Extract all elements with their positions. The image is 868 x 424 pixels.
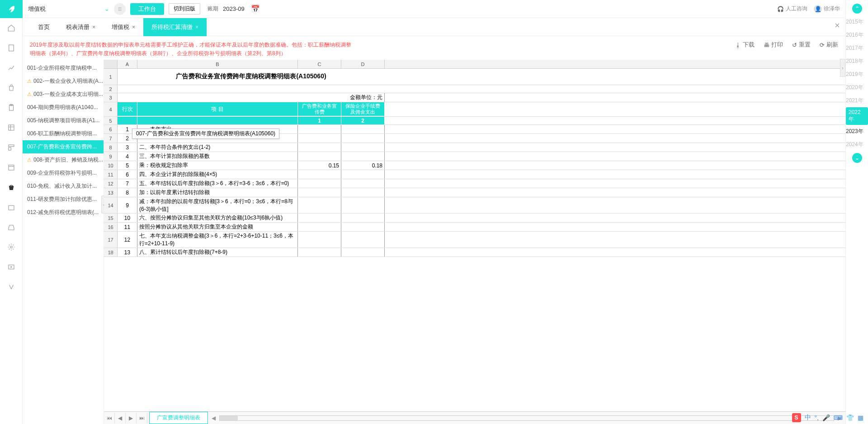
cell-rownum[interactable]: 4 [118, 152, 137, 161]
calendar-icon[interactable]: 📅 [251, 5, 260, 13]
year-item[interactable]: 2015年 [846, 15, 868, 29]
cell-value-d[interactable] [341, 134, 385, 143]
form-list-item[interactable]: 007-广告费和业务宣传费跨... [23, 140, 104, 153]
nav-archive-icon[interactable] [0, 197, 23, 217]
cell-item[interactable]: 七、本年支出纳税调整金额(3＞6，本行=2+3-6+10-11；3≤6，本行=2… [137, 232, 298, 248]
nav-doc-icon[interactable] [0, 38, 23, 58]
cell-item[interactable]: 四、本企业计算的扣除限额(4×5) [137, 170, 298, 179]
cell-value-d[interactable] [341, 179, 385, 188]
reset-action[interactable]: ↺重置 [792, 41, 811, 49]
col-header-d[interactable]: D [341, 60, 385, 68]
cell-value-c[interactable]: 0.15 [298, 161, 341, 170]
nav-settings-icon[interactable] [0, 237, 23, 257]
row-header[interactable]: 17 [104, 232, 118, 248]
year-item[interactable]: 2018年 [846, 55, 868, 68]
consult-link[interactable]: 🎧 人工咨询 [777, 5, 807, 13]
ime-toolbox-icon[interactable]: ▦ [858, 414, 863, 421]
refresh-action[interactable]: ⟳刷新 [820, 41, 838, 49]
cell-item[interactable]: 按照分摊协议从其他关联方归集至本企业的金额 [137, 223, 298, 231]
row-header[interactable]: 9 [104, 152, 118, 161]
cell-rownum[interactable]: 6 [118, 170, 137, 179]
module-dropdown[interactable]: 增值税 ⌄ [28, 5, 109, 13]
cell-rownum[interactable]: 3 [118, 143, 137, 152]
ime-keyboard-icon[interactable]: ⌨ [834, 414, 843, 421]
nav-bag-icon[interactable] [0, 78, 23, 98]
cell-value-d[interactable] [341, 223, 385, 231]
cell-value-c[interactable] [298, 214, 341, 222]
row-header[interactable]: 4 [104, 102, 118, 116]
cell-rownum[interactable]: 5 [118, 161, 137, 170]
tab-增值税[interactable]: 增值税× [104, 18, 143, 36]
cell-value-d[interactable] [341, 152, 385, 161]
cell-value-d[interactable] [341, 170, 385, 179]
period-value[interactable]: 2023-09 [223, 5, 245, 12]
workbench-button[interactable]: 工作台 [130, 3, 164, 15]
form-list-item[interactable]: 006-职工薪酬纳税调整明细... [23, 127, 104, 140]
row-header[interactable]: 12 [104, 179, 118, 188]
row-header[interactable]: 15 [104, 214, 118, 222]
tab-税表清册[interactable]: 税表清册× [58, 18, 104, 36]
col-header-b[interactable]: B [137, 60, 298, 68]
nav-template-icon[interactable] [0, 138, 23, 157]
form-list-item[interactable]: 005-纳税调整项目明细表(A1... [23, 114, 104, 127]
form-list-item[interactable]: 001-企业所得税年度纳税申... [23, 62, 104, 75]
year-item[interactable]: 2020年 [846, 81, 868, 94]
col-header-c[interactable]: C [298, 60, 341, 68]
cell-item[interactable]: 乘：税收规定扣除率 [137, 161, 298, 170]
cell-value-d[interactable] [341, 248, 385, 257]
user-menu[interactable]: 👤 徐泽华 [814, 5, 840, 13]
ime-logo[interactable]: S [792, 413, 801, 422]
cell-item[interactable]: 加：以前年度累计结转扣除额 [137, 188, 298, 197]
row-header[interactable]: 3 [104, 93, 118, 102]
nav-video-icon[interactable] [0, 257, 23, 277]
cell-item[interactable]: 八、累计结转以后年度扣除额(7+8-9) [137, 248, 298, 257]
row-header[interactable]: 14 [104, 197, 118, 213]
nav-home-icon[interactable] [0, 18, 23, 38]
cell-item[interactable]: 三、本年计算扣除限额的基数 [137, 152, 298, 161]
tab-首页[interactable]: 首页 [30, 18, 58, 36]
year-item[interactable]: 2017年 [846, 42, 868, 55]
nav-clipboard-icon[interactable] [0, 98, 23, 118]
cell-value-c[interactable] [298, 188, 341, 197]
cell-value-d[interactable] [341, 232, 385, 248]
tab-close-icon[interactable]: × [132, 24, 135, 30]
form-list-item[interactable]: 012-减免所得税优惠明细表(... [23, 206, 104, 219]
print-action[interactable]: 🖶打印 [764, 41, 783, 49]
cell-value-c[interactable] [298, 223, 341, 231]
year-item[interactable]: 2024年 [846, 138, 868, 151]
cell-value-c[interactable] [298, 170, 341, 179]
nav-chart-icon[interactable] [0, 58, 23, 78]
sheet-nav-next[interactable]: ▶ [126, 413, 137, 423]
cell-value-d[interactable] [341, 214, 385, 222]
ime-punct-icon[interactable]: °, [815, 414, 819, 421]
form-list-item[interactable]: 010-免税、减计收入及加计... [23, 180, 104, 193]
year-item[interactable]: 2019年 [846, 68, 868, 81]
cell-rownum[interactable]: 13 [118, 248, 137, 257]
sheet-nav-first[interactable]: ⏮ [104, 413, 115, 423]
sheet-nav-prev[interactable]: ◀ [115, 413, 126, 423]
cell-item[interactable]: 减：本年扣除的以前年度结转额[3＞6，本行=0；3≤6，本行=8与(6-3)孰小… [137, 197, 298, 213]
tab-close-icon[interactable]: × [92, 24, 95, 30]
cell-item[interactable]: 二、本年符合条件的支出(1-2) [137, 143, 298, 152]
nav-v-icon[interactable] [0, 277, 23, 297]
nav-calendar-icon[interactable] [0, 157, 23, 177]
cell-value-c[interactable] [298, 197, 341, 213]
nav-inbox-icon[interactable] [0, 217, 23, 237]
row-header[interactable]: 5 [104, 117, 118, 124]
cell-value-d[interactable] [341, 125, 385, 133]
cell-value-c[interactable] [298, 143, 341, 152]
close-all-tabs[interactable] [834, 22, 841, 31]
cell-value-c[interactable] [298, 152, 341, 161]
cell-value-c[interactable] [298, 179, 341, 188]
row-header[interactable]: 2 [104, 85, 118, 93]
expand-button[interactable] [114, 3, 126, 15]
year-scroll-down[interactable]: ⌄ [852, 153, 862, 163]
nav-tax-icon[interactable] [0, 177, 23, 197]
download-action[interactable]: ⭳下载 [735, 41, 755, 49]
form-list-item[interactable]: 004-期间费用明细表(A1040... [23, 101, 104, 114]
cell-value-d[interactable]: 0.18 [341, 161, 385, 170]
cell-value-c[interactable] [298, 125, 341, 133]
nav-table-icon[interactable] [0, 118, 23, 138]
year-item[interactable]: 2016年 [846, 29, 868, 42]
row-header[interactable]: 7 [104, 134, 118, 143]
